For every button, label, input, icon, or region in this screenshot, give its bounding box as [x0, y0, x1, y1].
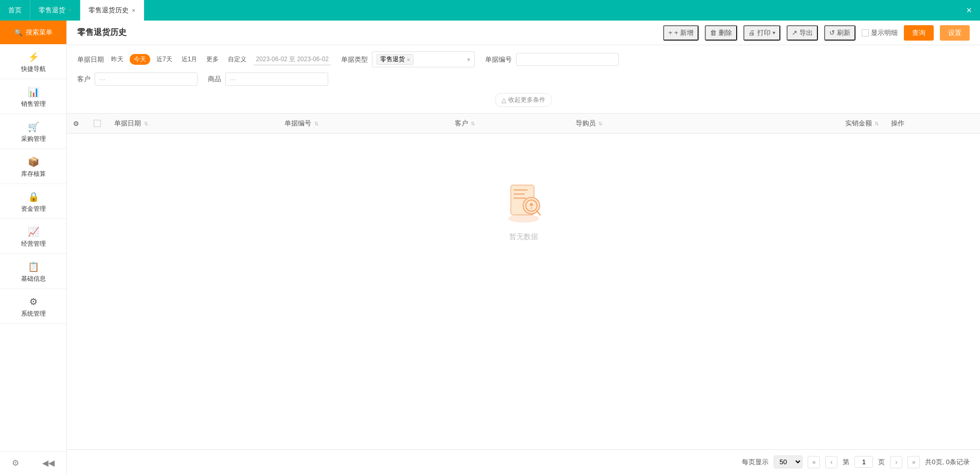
pagination-bar: 每页显示 20 50 100 « ‹ 第 页 › » 共0页, 0条记录 [67, 449, 980, 474]
tab-retail-return-label: 零售退货 [39, 6, 65, 15]
svg-rect-3 [513, 193, 525, 195]
export-button[interactable]: ↗ 导出 [787, 25, 818, 41]
date-more[interactable]: 更多 [203, 54, 222, 65]
filter-row-2: 客户 ··· 商品 ··· [77, 72, 970, 86]
doc-type-tag: 零售退货 × [377, 54, 414, 65]
sidebar-item-finance-label: 资金管理 [21, 205, 46, 213]
tab-retail-return[interactable]: 零售退货 × [30, 0, 80, 21]
customer-filter-group: 客户 ··· [77, 72, 198, 86]
date-filter-group: 单据日期 昨天 今天 近7天 近1月 更多 自定义 2023-06-02 至 2… [77, 54, 331, 65]
query-button[interactable]: 查询 [904, 25, 934, 41]
operations-icon: 📈 [28, 226, 39, 238]
date-custom[interactable]: 自定义 [225, 54, 250, 65]
page-prefix: 第 [843, 458, 849, 467]
system-icon: ⚙ [29, 296, 38, 307]
quick-nav-icon: ⚡ [28, 51, 39, 63]
date-1month[interactable]: 近1月 [179, 54, 201, 65]
page-header: 零售退货历史 + + 新增 🗑 删除 🖨 打印 ▾ ↗ 导出 [67, 21, 980, 45]
filter-area: 单据日期 昨天 今天 近7天 近1月 更多 自定义 2023-06-02 至 2… [67, 45, 980, 114]
empty-text: 暂无数据 [509, 232, 538, 242]
sidebar: 🔍 搜索菜单 ⚡ 快捷导航 📊 销售管理 🛒 采购管理 📦 库存核算 🔒 [0, 21, 67, 474]
sidebar-item-purchase-mgmt[interactable]: 🛒 采购管理 [0, 114, 66, 149]
tab-retail-return-history-close[interactable]: × [132, 7, 135, 13]
col-doc-date-sort-icon[interactable]: ⇅ [144, 121, 148, 126]
settings-icon[interactable]: ⚙ [12, 458, 19, 468]
new-button[interactable]: + + 新增 [663, 25, 699, 41]
show-detail-checkbox[interactable] [862, 29, 869, 37]
col-actual-amount: 实销金额 ⇅ [715, 114, 885, 134]
svg-point-8 [530, 203, 533, 206]
col-doc-number-sort-icon[interactable]: ⇅ [314, 121, 318, 126]
last-page-button[interactable]: » [907, 456, 920, 468]
svg-rect-4 [513, 197, 526, 199]
print-icon: 🖨 [749, 29, 755, 37]
collapse-icon: △ [502, 97, 506, 104]
col-guide-sort-icon[interactable]: ⇅ [598, 121, 602, 126]
sidebar-item-inventory[interactable]: 📦 库存核算 [0, 149, 66, 184]
col-customer-sort-icon[interactable]: ⇅ [471, 121, 475, 126]
delete-icon: 🗑 [710, 29, 717, 37]
page-title: 零售退货历史 [77, 27, 127, 38]
sidebar-item-finance[interactable]: 🔒 资金管理 [0, 184, 66, 219]
prev-page-button[interactable]: ‹ [825, 456, 838, 468]
page-size-label: 每页显示 [742, 458, 769, 467]
top-bar-close[interactable]: × [966, 5, 980, 16]
refresh-button[interactable]: ↺ 刷新 [824, 25, 856, 41]
sidebar-item-quick-nav-label: 快捷导航 [21, 65, 46, 74]
tab-retail-return-close[interactable]: × [68, 7, 72, 13]
next-page-button[interactable]: › [890, 456, 902, 468]
sidebar-item-sales-mgmt[interactable]: 📊 销售管理 [0, 79, 66, 114]
empty-illustration [498, 175, 549, 226]
collapse-button[interactable]: △ 收起更多条件 [495, 93, 552, 107]
sound-icon[interactable]: ◀◀ [42, 458, 55, 468]
svg-rect-2 [513, 189, 528, 191]
sidebar-item-operations-label: 经营管理 [21, 240, 46, 248]
purchase-icon: 🛒 [28, 121, 39, 133]
doc-type-select[interactable]: 零售退货 × ▾ [372, 51, 475, 67]
show-detail-toggle[interactable]: 显示明细 [862, 28, 898, 38]
date-range-display[interactable]: 2023-06-02 至 2023-06-02 [254, 54, 330, 65]
col-action-label: 操作 [891, 119, 904, 127]
table-container: ⚙ 单据日期 ⇅ 单据编号 ⇅ [67, 114, 980, 449]
page-number-input[interactable] [854, 456, 873, 468]
date-7days[interactable]: 近7天 [153, 54, 175, 65]
page-suffix: 页 [878, 458, 885, 467]
goods-select[interactable]: ··· [225, 72, 328, 86]
goods-label: 商品 [208, 75, 221, 84]
sidebar-item-system-mgmt[interactable]: ⚙ 系统管理 [0, 289, 66, 324]
total-records: 共0页, 0条记录 [925, 458, 970, 467]
new-label: + 新增 [674, 28, 693, 38]
refresh-icon: ↺ [829, 29, 835, 37]
doc-type-tag-close[interactable]: × [407, 57, 410, 63]
date-today[interactable]: 今天 [130, 54, 150, 65]
print-chevron-icon: ▾ [773, 30, 775, 35]
sidebar-search-label: 搜索菜单 [26, 28, 52, 37]
customer-select[interactable]: ··· [95, 72, 198, 86]
export-label: 导出 [799, 28, 813, 38]
table-header-row: ⚙ 单据日期 ⇅ 单据编号 ⇅ [67, 114, 980, 134]
show-detail-label: 显示明细 [871, 28, 898, 38]
print-button[interactable]: 🖨 打印 ▾ [743, 25, 780, 41]
setting-button[interactable]: 设置 [940, 25, 970, 41]
first-page-button[interactable]: « [808, 456, 820, 468]
page-size-select[interactable]: 20 50 100 [774, 455, 803, 468]
sidebar-bottom: ⚙ ◀◀ [0, 451, 66, 474]
tab-retail-return-history[interactable]: 零售退货历史 × [80, 0, 144, 21]
tab-retail-return-history-label: 零售退货历史 [88, 6, 129, 15]
column-settings-icon[interactable]: ⚙ [73, 120, 79, 127]
sidebar-item-basic-info[interactable]: 📋 基础信息 [0, 254, 66, 289]
date-yesterday[interactable]: 昨天 [108, 54, 127, 65]
doc-number-input[interactable] [516, 53, 619, 66]
delete-button[interactable]: 🗑 删除 [705, 25, 737, 41]
tab-home[interactable]: 首页 [0, 0, 30, 21]
sidebar-search[interactable]: 🔍 搜索菜单 [0, 21, 66, 44]
select-all-checkbox[interactable] [94, 120, 101, 127]
collapse-row: △ 收起更多条件 [77, 91, 970, 109]
col-doc-date: 单据日期 ⇅ [108, 114, 278, 134]
collapse-label: 收起更多条件 [508, 96, 545, 104]
print-label: 打印 [757, 28, 771, 38]
sidebar-item-operations[interactable]: 📈 经营管理 [0, 219, 66, 254]
col-doc-number: 单据编号 ⇅ [278, 114, 449, 134]
sidebar-item-quick-nav[interactable]: ⚡ 快捷导航 [0, 44, 66, 79]
col-actual-amount-sort-icon[interactable]: ⇅ [875, 121, 879, 126]
